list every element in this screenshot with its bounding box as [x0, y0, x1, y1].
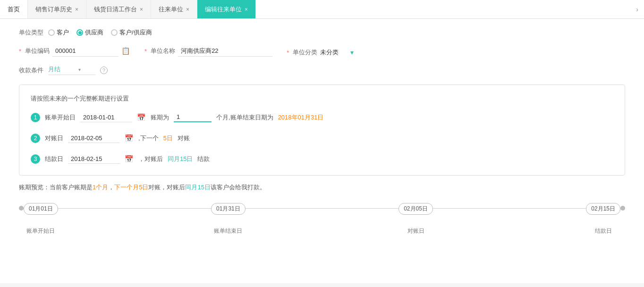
tab-sales-history[interactable]: 销售订单历史 × [28, 0, 86, 18]
radio-both-circle [111, 29, 118, 36]
step-1-cal-icon[interactable]: 📅 [137, 113, 146, 122]
radio-both[interactable]: 客户/供应商 [111, 28, 152, 37]
payment-terms-label: 收款条件 [19, 66, 43, 75]
unit-code-group: * 单位编码 📋 [19, 45, 130, 57]
unit-category-star: * [287, 49, 289, 56]
preview-part3: 同月15日 [185, 184, 210, 191]
timeline-node-3: 02月15日 结款日 [586, 203, 620, 235]
timeline-node-2-pill: 02月05日 [398, 203, 433, 215]
radio-customer-label: 客户 [57, 28, 69, 37]
tab-home-label: 首页 [8, 5, 20, 14]
tab-edit-partner[interactable]: 编辑往来单位 × [197, 0, 256, 18]
tab-partner-units-label: 往来单位 [159, 5, 183, 14]
unit-code-label: 单位编码 [25, 47, 50, 55]
unit-code-copy-icon[interactable]: 📋 [121, 47, 130, 55]
step-2-num: 2 [31, 134, 40, 143]
unit-name-star: * [144, 48, 147, 55]
step-3-cal-icon[interactable]: 📅 [125, 155, 134, 163]
unit-name-group: * 单位名称 [144, 45, 272, 57]
step-2-cal-icon[interactable]: 📅 [125, 134, 134, 143]
payment-terms-dropdown[interactable]: 月结 ▾ [48, 65, 95, 75]
tab-edit-partner-label: 编辑往来单位 [205, 5, 242, 14]
payment-terms-help-icon[interactable]: ? [100, 67, 108, 74]
timeline-start-dot [19, 206, 24, 211]
step-1-row: 1 账单开始日 📅 账期为 个月,账单结束日期为 2018年01月31日 [31, 112, 613, 122]
tab-cash-work-label: 钱货日清工作台 [94, 5, 137, 14]
radio-supplier[interactable]: 供应商 [76, 28, 103, 37]
step-1-period-suffix: 个月,账单结束日期为 [216, 113, 273, 122]
step-3-desc-highlight: 同月15日 [168, 155, 193, 163]
radio-customer-circle [48, 29, 55, 36]
radio-both-label: 客户/供应商 [119, 28, 152, 37]
preview-end: 该客户会给我打款。 [211, 184, 266, 191]
unit-name-label: 单位名称 [151, 47, 175, 55]
unit-info-row: * 单位编码 📋 * 单位名称 * 单位分类 未分类 ▾ [19, 45, 625, 57]
unit-name-input[interactable] [178, 45, 272, 57]
step-3-label: 结款日 [45, 155, 63, 163]
timeline-node-0-label: 账单开始日 [26, 227, 55, 235]
tab-sales-history-close[interactable]: × [75, 6, 78, 13]
tab-home[interactable]: 首页 [0, 0, 28, 18]
main-content: 单位类型 客户 供应商 客户/供应商 * 单位编码 📋 * 单位名称 [0, 19, 644, 283]
unit-type-row: 单位类型 客户 供应商 客户/供应商 [19, 28, 625, 37]
tab-bar: 首页 销售订单历史 × 钱货日清工作台 × 往来单位 × 编辑往来单位 × › [0, 0, 644, 19]
timeline-nodes: 01月01日 账单开始日 01月31日 账单结束日 02月05日 [24, 203, 620, 235]
step-1-num: 1 [31, 113, 40, 122]
unit-code-star: * [19, 48, 21, 55]
unit-category-group: * 单位分类 未分类 ▾ [287, 48, 354, 57]
step-3-num: 3 [31, 154, 40, 164]
step-2-label: 对账日 [45, 134, 63, 143]
preview-label: 账期预览：当前客户账期是 [19, 184, 93, 191]
tab-edit-partner-close[interactable]: × [245, 6, 248, 13]
tab-partner-units-close[interactable]: × [186, 6, 189, 13]
step-2-desc-highlight: 5日 [163, 134, 173, 143]
step-2-row: 2 对账日 📅 ,下一个5日对账 [31, 134, 613, 143]
radio-customer[interactable]: 客户 [48, 28, 69, 37]
preview-part2: 下一个月5日 [114, 184, 148, 191]
step-3-row: 3 结款日 📅 ，对账后同月15日结款 [31, 154, 613, 164]
timeline-node-2-label: 对账日 [407, 227, 424, 235]
step-1-end-date: 2018年01月31日 [278, 113, 324, 122]
preview-part1: 1个月 [93, 184, 108, 191]
timeline-node-0-pill: 01月01日 [24, 203, 58, 215]
tab-partner-units[interactable]: 往来单位 × [151, 0, 197, 18]
radio-supplier-circle [76, 29, 83, 36]
unit-type-label: 单位类型 [19, 28, 43, 37]
unit-category-value: 未分类 [320, 48, 348, 57]
step-1-label: 账单开始日 [45, 113, 76, 122]
tab-sales-history-label: 销售订单历史 [35, 5, 72, 14]
step-2-desc-suffix: 对账 [178, 134, 190, 143]
unit-type-radios: 客户 供应商 客户/供应商 [48, 28, 152, 37]
section-title: 请按照未来的一个完整帐期进行设置 [31, 94, 613, 103]
radio-supplier-label: 供应商 [85, 28, 103, 37]
step-2-desc-prefix: ,下一个 [138, 134, 159, 143]
timeline-node-1: 01月31日 账单结束日 [211, 203, 246, 235]
payment-terms-arrow: ▾ [78, 67, 81, 72]
step-3-date-input[interactable] [68, 154, 120, 164]
step-3-desc-prefix: ，对账后 [138, 155, 163, 163]
period-settings-section: 请按照未来的一个完整帐期进行设置 1 账单开始日 📅 账期为 个月,账单结束日期… [19, 84, 625, 176]
tab-scroll-right[interactable]: › [630, 0, 644, 18]
step-1-period-input[interactable] [174, 112, 212, 122]
tab-cash-work[interactable]: 钱货日清工作台 × [86, 0, 151, 18]
timeline-node-0: 01月01日 账单开始日 [24, 203, 58, 235]
timeline-node-1-label: 账单结束日 [214, 227, 242, 235]
step-3-desc-suffix: 结款 [197, 155, 210, 163]
unit-category-dropdown[interactable]: 未分类 ▾ [320, 48, 354, 57]
preview-sep2: 对账，对账后 [148, 184, 185, 191]
tab-cash-work-close[interactable]: × [140, 6, 143, 13]
payment-terms-row: 收款条件 月结 ▾ ? [19, 65, 625, 75]
timeline-node-3-pill: 02月15日 [586, 203, 620, 215]
timeline-end-dot [620, 206, 625, 211]
preview-sep1: ， [108, 184, 114, 191]
step-2-date-input[interactable] [68, 134, 120, 143]
step-1-period-label: 账期为 [151, 113, 169, 122]
unit-category-arrow: ▾ [350, 49, 354, 56]
unit-code-input[interactable] [52, 45, 119, 57]
timeline-node-1-pill: 01月31日 [211, 203, 246, 215]
step-1-date-input[interactable] [80, 113, 132, 122]
preview-text: 账期预览：当前客户账期是1个月，下一个月5日对账，对账后同月15日该客户会给我打… [19, 183, 625, 192]
timeline-node-3-label: 结款日 [595, 227, 612, 235]
timeline: 01月01日 账单开始日 01月31日 账单结束日 02月05日 [19, 203, 625, 235]
payment-terms-value: 月结 [48, 65, 76, 74]
